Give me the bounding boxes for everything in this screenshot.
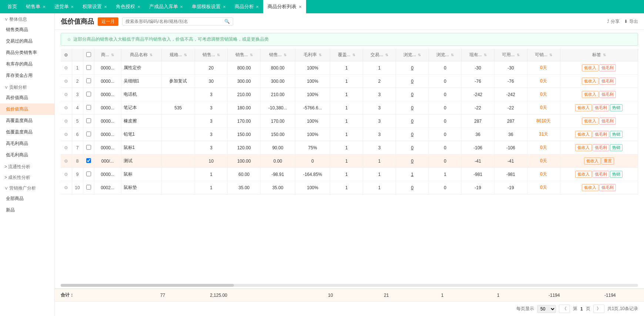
row-views1[interactable]: 0 [396, 181, 429, 194]
settings-icon[interactable]: ⚙ [64, 52, 68, 58]
row-name[interactable]: 电话机 [121, 88, 161, 101]
sidebar-item-low-margin[interactable]: 低毛利商品 [0, 149, 54, 161]
nav-home[interactable]: 首页 [3, 0, 21, 13]
row-checkbox-cell[interactable] [83, 88, 94, 101]
nav-purchase[interactable]: 进货单 ✕ [50, 0, 78, 13]
views1-link[interactable]: 0 [411, 79, 413, 84]
row-views1[interactable]: 0 [396, 88, 429, 101]
sidebar-item-category-rate[interactable]: 商品分类销售率 [0, 47, 54, 58]
row-name[interactable]: 吴细细1 [121, 75, 161, 88]
nav-permission[interactable]: 权限设置 ✕ [78, 0, 111, 13]
row-checkbox-cell[interactable] [83, 168, 94, 181]
sidebar-group-marketing[interactable]: ∨ 营销推广分析 [0, 182, 54, 193]
row-views1[interactable]: 1 [396, 168, 429, 181]
transactions-col-header[interactable]: 交易... ⇅ [363, 49, 396, 61]
views2-col-header[interactable]: 浏览... ⇅ [429, 49, 462, 61]
salesprice-col-header[interactable]: 销售... ⇅ [228, 49, 261, 61]
next-page-btn[interactable]: 》 [593, 305, 604, 313]
row-checkbox[interactable] [86, 92, 91, 96]
name-col-header[interactable]: 商品名称 ⇅ [121, 49, 161, 61]
nav-goods-list[interactable]: 商品分析列表 ✕ [263, 0, 306, 13]
row-name[interactable]: 鼠标1 [121, 141, 161, 154]
row-checkbox[interactable] [86, 78, 91, 83]
row-checkbox-cell[interactable] [83, 154, 94, 168]
views1-link[interactable]: 0 [411, 132, 413, 137]
row-checkbox-cell[interactable] [83, 128, 94, 141]
row-name[interactable]: 铅笔1 [121, 128, 161, 141]
views1-col-header[interactable]: 浏览... ⇅ [396, 49, 429, 61]
nav-close-role[interactable]: ✕ [137, 5, 140, 9]
sidebar-item-sales-goods[interactable]: 销售类商品 [0, 24, 54, 35]
nav-close-goods-analysis[interactable]: ✕ [256, 5, 259, 9]
row-checkbox[interactable] [86, 171, 91, 176]
per-page-select[interactable]: 50 100 200 [537, 305, 556, 313]
sidebar-item-capital[interactable]: 库存资金占用 [0, 70, 54, 81]
row-checkbox[interactable] [86, 118, 91, 123]
sidebar-group-growth[interactable]: > 成长性分析 [0, 171, 54, 182]
first-page-btn[interactable]: 《 [559, 305, 570, 313]
sidebar-item-all-goods[interactable]: 全部商品 [0, 193, 54, 204]
salesamt-col-header[interactable]: 销售... ⇅ [261, 49, 295, 61]
views1-link[interactable]: 0 [411, 92, 413, 97]
nav-sales[interactable]: 销售单 ✕ [21, 0, 50, 13]
row-checkbox-cell[interactable] [83, 181, 94, 194]
views1-link[interactable]: 0 [411, 105, 413, 111]
sidebar-item-low-value[interactable]: 低价值商品 [0, 103, 54, 115]
nav-close-permission[interactable]: ✕ [104, 5, 107, 9]
share-btn[interactable]: ⤴ 分享 [607, 18, 620, 25]
views1-link[interactable]: 1 [411, 172, 413, 177]
sidebar-item-low-coverage[interactable]: 低覆盖度商品 [0, 126, 54, 138]
nav-role[interactable]: 角色授权 ✕ [111, 0, 145, 13]
scrollbar-thumb[interactable] [61, 284, 234, 287]
row-name[interactable]: 橡皮擦 [121, 115, 161, 128]
nav-product-in[interactable]: 产成品入库单 ✕ [145, 0, 188, 13]
nav-goods-analysis[interactable]: 商品分析 ✕ [230, 0, 264, 13]
row-name[interactable]: 属性定价 [121, 61, 161, 75]
export-btn[interactable]: ⬇ 导出 [624, 18, 638, 25]
views1-link[interactable]: 0 [411, 185, 413, 190]
views1-link[interactable]: 0 [411, 65, 413, 71]
settings-col-header[interactable]: ⚙ [61, 49, 72, 61]
row-checkbox[interactable] [86, 132, 91, 136]
sidebar-item-stock-goods[interactable]: 有库存的商品 [0, 58, 54, 70]
nav-close-template[interactable]: ✕ [223, 5, 226, 9]
row-name[interactable]: 鼠标 [121, 168, 161, 181]
current-col-header[interactable]: 现有... ⇅ [462, 49, 494, 61]
sidebar-group-circulation[interactable]: > 流通性分析 [0, 161, 54, 171]
views1-link[interactable]: 0 [411, 159, 413, 164]
salesqty-col-header[interactable]: 销售... ⇅ [195, 49, 228, 61]
nav-close-goods-list[interactable]: ✕ [299, 5, 302, 9]
row-checkbox-cell[interactable] [83, 141, 94, 154]
tags-col-header[interactable]: 标签 ⇅ [560, 49, 638, 61]
coverage-col-header[interactable]: 覆盖... ⇅ [330, 49, 363, 61]
row-name[interactable]: 鼠标垫 [121, 181, 161, 194]
row-views1[interactable]: 0 [396, 101, 429, 115]
code-col-header[interactable]: 商... ⇅ [94, 49, 121, 61]
filter-recent-month-btn[interactable]: 近一月 [98, 17, 118, 26]
nav-close-product-in[interactable]: ✕ [180, 5, 183, 9]
checkbox-col-header[interactable] [83, 49, 94, 61]
spec-col-header[interactable]: 规格... ⇅ [161, 49, 195, 61]
nav-close-purchase[interactable]: ✕ [71, 5, 74, 9]
search-input[interactable] [125, 19, 224, 24]
nav-template[interactable]: 单据模板设置 ✕ [187, 0, 230, 13]
row-views1[interactable]: 0 [396, 75, 429, 88]
row-checkbox-cell[interactable] [83, 61, 94, 75]
sidebar-item-high-value[interactable]: 高价值商品 [0, 92, 54, 103]
row-checkbox[interactable] [86, 145, 91, 150]
row-checkbox-cell[interactable] [83, 115, 94, 128]
row-views1[interactable]: 0 [396, 61, 429, 75]
row-views1[interactable]: 0 [396, 141, 429, 154]
row-name[interactable]: 测试 [121, 154, 161, 168]
sidebar-group-overall[interactable]: ∨ 整体信息 [0, 13, 54, 24]
sidebar-item-high-margin[interactable]: 高毛利商品 [0, 138, 54, 149]
horizontal-scrollbar[interactable] [61, 284, 638, 287]
row-checkbox[interactable] [86, 158, 91, 163]
row-views1[interactable]: 0 [396, 115, 429, 128]
row-views1[interactable]: 0 [396, 154, 429, 168]
sellable-col-header[interactable]: 可销... ⇅ [527, 49, 560, 61]
margin-col-header[interactable]: 毛利率 ⇅ [295, 49, 330, 61]
available-col-header[interactable]: 可用... ⇅ [494, 49, 527, 61]
row-checkbox[interactable] [86, 185, 91, 190]
nav-close-sales[interactable]: ✕ [43, 5, 46, 9]
